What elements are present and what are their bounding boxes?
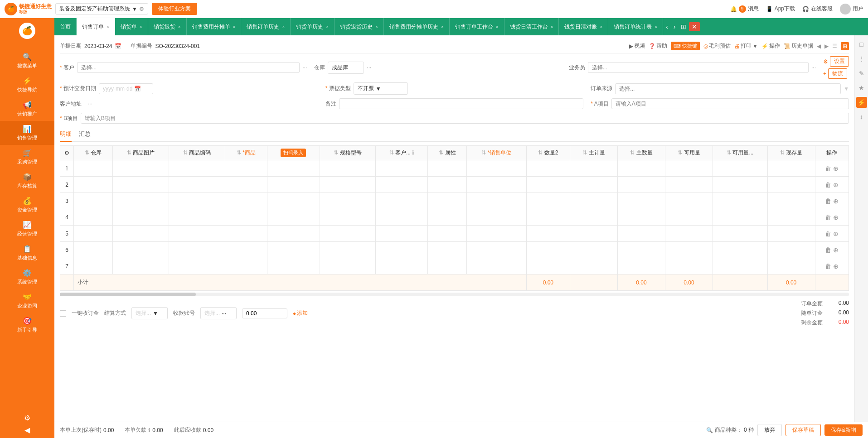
cell-attr-1[interactable] bbox=[428, 160, 467, 177]
shortcut-btn[interactable]: ⌨ 快捷键 bbox=[671, 42, 700, 50]
scroll-thumb[interactable] bbox=[60, 293, 196, 296]
sidebar-item-enterprise[interactable]: 🤝 企业协同 bbox=[0, 289, 54, 313]
rp-icon-4[interactable]: ★ bbox=[856, 82, 867, 93]
tab-close-sales-summary[interactable]: × bbox=[655, 24, 657, 29]
rp-icon-6[interactable]: ↕ bbox=[856, 111, 867, 122]
delete-row-5[interactable]: 🗑 bbox=[825, 230, 831, 237]
staff-input[interactable] bbox=[588, 62, 809, 73]
cell-avail2-1[interactable] bbox=[713, 160, 767, 177]
cell-spec-1[interactable] bbox=[320, 160, 376, 177]
sidebar-item-sales[interactable]: 📊 销售管理 bbox=[0, 121, 54, 145]
a-project-input[interactable] bbox=[611, 98, 849, 109]
cell-custcode-1[interactable] bbox=[376, 160, 428, 177]
copy-row-5[interactable]: ⊕ bbox=[833, 230, 839, 237]
online-support-group[interactable]: 🎧 在线客服 bbox=[802, 5, 833, 13]
tab-detail[interactable]: 明细 bbox=[60, 127, 72, 142]
copy-row-7[interactable]: ⊕ bbox=[833, 263, 839, 270]
sidebar-item-system[interactable]: ⚙️ 系统管理 bbox=[0, 265, 54, 289]
tab-close-sales-order[interactable]: × bbox=[107, 24, 109, 29]
tab-order-history[interactable]: 销售订单历史 × bbox=[241, 18, 291, 35]
sidebar-settings-icon[interactable]: ⚙ bbox=[24, 414, 30, 422]
video-link[interactable]: ▶视频 bbox=[629, 42, 645, 50]
tab-close-sales-return[interactable]: × bbox=[140, 24, 142, 29]
system-select[interactable]: 装备及固定资产辅助管理系统 ▼ ⚙ bbox=[55, 3, 148, 14]
app-download-group[interactable]: 📱 App下载 bbox=[766, 5, 795, 13]
one-click-checkbox[interactable] bbox=[60, 310, 66, 317]
staff-dots[interactable]: ··· bbox=[811, 64, 816, 71]
tab-close-expense-history[interactable]: × bbox=[441, 24, 444, 29]
column-settings-icon[interactable]: ⚙ bbox=[64, 150, 69, 156]
cell-scan-1[interactable] bbox=[267, 160, 320, 177]
warehouse-dots[interactable]: ··· bbox=[367, 64, 371, 71]
cell-product-1[interactable] bbox=[225, 160, 267, 177]
copy-row-4[interactable]: ⊕ bbox=[833, 214, 839, 221]
payment-amount-input[interactable] bbox=[242, 308, 287, 318]
tab-close-return-goods[interactable]: × bbox=[178, 24, 181, 29]
tab-return-history[interactable]: 销货单历史 × bbox=[291, 18, 335, 35]
rp-icon-5[interactable]: ⚡ bbox=[856, 97, 867, 108]
cell-avail-1[interactable] bbox=[665, 160, 713, 177]
cell-img-1[interactable] bbox=[112, 160, 169, 177]
tab-close-all-btn[interactable]: ✕ bbox=[689, 22, 700, 31]
customer-input[interactable] bbox=[77, 62, 300, 73]
delete-row-7[interactable]: 🗑 bbox=[825, 263, 831, 270]
save-new-btn[interactable]: 保存&新增 bbox=[824, 424, 863, 436]
customer-dots[interactable]: ··· bbox=[302, 64, 307, 71]
copy-row-1[interactable]: ⊕ bbox=[833, 165, 839, 172]
expected-date-input[interactable]: yyyy-mm-dd 📅 bbox=[99, 83, 153, 94]
address-dots[interactable]: ··· bbox=[88, 101, 92, 107]
copy-row-3[interactable]: ⊕ bbox=[833, 197, 839, 205]
tab-order-workbench[interactable]: 销售订单工作台 × bbox=[450, 18, 504, 35]
goods-label[interactable]: 物流 bbox=[828, 68, 847, 79]
th-settings[interactable]: ⚙ bbox=[60, 146, 74, 160]
notification-group[interactable]: 🔔 9 消息 bbox=[730, 5, 759, 13]
cell-code-1[interactable] bbox=[169, 160, 225, 177]
tab-summary[interactable]: 汇总 bbox=[79, 127, 91, 142]
sidebar-item-finance[interactable]: 💰 资金管理 bbox=[0, 193, 54, 217]
scan-btn[interactable]: 扫码录入 bbox=[281, 149, 306, 157]
cell-stock-1[interactable] bbox=[767, 160, 815, 177]
sidebar-item-operations[interactable]: 📈 经营管理 bbox=[0, 217, 54, 241]
settings-label[interactable]: 设置 bbox=[830, 56, 849, 67]
delete-row-2[interactable]: 🗑 bbox=[825, 181, 831, 188]
save-draft-btn[interactable]: 保存草稿 bbox=[786, 424, 821, 436]
profit-link[interactable]: ◎毛利预估 bbox=[703, 42, 731, 50]
sidebar-item-base[interactable]: 📋 基础信息 bbox=[0, 241, 54, 265]
cell-qty2-1[interactable] bbox=[526, 160, 570, 177]
ops-link[interactable]: ⚡操作 bbox=[761, 42, 780, 50]
discard-btn[interactable]: 放弃 bbox=[757, 424, 782, 436]
order-source-input[interactable] bbox=[615, 83, 841, 94]
rp-icon-2[interactable]: ⋮ bbox=[856, 53, 867, 64]
b-project-input[interactable] bbox=[81, 113, 849, 124]
rp-icon-3[interactable]: ✎ bbox=[856, 68, 867, 79]
sidebar-item-marketing[interactable]: 📢 营销推广 bbox=[0, 97, 54, 121]
tab-close-daily-clear[interactable]: × bbox=[551, 24, 553, 29]
sidebar-item-search[interactable]: 🔍 搜索菜单 bbox=[0, 49, 54, 73]
tab-close-expense-split[interactable]: × bbox=[233, 24, 236, 29]
copy-row-6[interactable]: ⊕ bbox=[833, 246, 839, 254]
ticket-select[interactable]: 不开票 ▼ bbox=[354, 82, 408, 95]
tab-daily-clear[interactable]: 钱货日清工作台 × bbox=[504, 18, 559, 35]
tab-close-return-history[interactable]: × bbox=[326, 24, 329, 29]
delete-row-3[interactable]: 🗑 bbox=[825, 197, 831, 205]
remark-input[interactable] bbox=[339, 98, 584, 109]
tab-expense-split[interactable]: 销售费用分摊单 × bbox=[187, 18, 242, 35]
sidebar-item-inventory[interactable]: 📦 库存核算 bbox=[0, 169, 54, 193]
tab-menu-btn[interactable]: ⊞ bbox=[678, 23, 689, 30]
account-select[interactable]: 选择... ··· bbox=[200, 307, 237, 319]
rp-icon-1[interactable]: □ bbox=[856, 39, 867, 50]
tab-next-btn[interactable]: › bbox=[671, 23, 679, 30]
tab-close-order-workbench[interactable]: × bbox=[496, 24, 499, 29]
print-link[interactable]: 🖨打印 ▼ bbox=[734, 42, 758, 50]
tab-return-history2[interactable]: 销货退货历史 × bbox=[335, 18, 384, 35]
gear-icon[interactable]: ⚙ bbox=[139, 6, 144, 12]
add-payment-btn[interactable]: ● 添加 bbox=[293, 309, 308, 317]
tab-close-order-history[interactable]: × bbox=[282, 24, 285, 29]
help-link[interactable]: ❓帮助 bbox=[649, 42, 667, 50]
sidebar-item-newbie[interactable]: 🎯 新手引导 bbox=[0, 313, 54, 337]
tab-return-goods[interactable]: 销货退货 × bbox=[148, 18, 187, 35]
prev-record-btn[interactable]: ◀ bbox=[817, 43, 821, 49]
calendar-icon[interactable]: 📅 bbox=[115, 43, 121, 49]
copy-row-2[interactable]: ⊕ bbox=[833, 181, 839, 188]
tab-daily-recon[interactable]: 钱货日清对账 × bbox=[559, 18, 608, 35]
